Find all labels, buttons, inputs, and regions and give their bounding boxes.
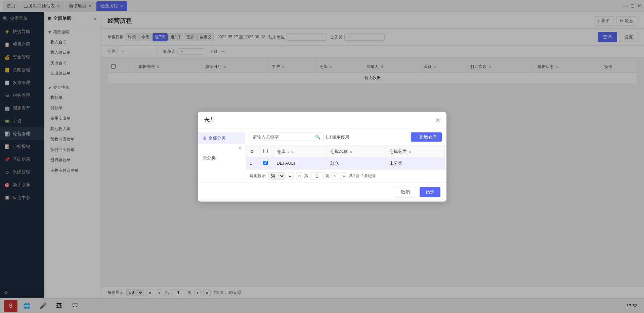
modal-per-page-select[interactable]: 50 100 bbox=[268, 172, 285, 180]
row-cell-category: 未分类 bbox=[386, 157, 445, 169]
modal-sidebar-uncategorized[interactable]: 未分类 bbox=[198, 151, 245, 164]
modal-col-category: 仓库分类 ⇅ bbox=[386, 146, 445, 157]
sort-icon-category: ⇅ bbox=[409, 150, 411, 153]
modal-content: 🔍 显示停用 + 新增仓库 ⚙ 仓库... bbox=[245, 129, 446, 182]
show-disabled-checkbox-label[interactable]: 显示停用 bbox=[326, 134, 349, 140]
modal-body: ⊞ 全部分类 « 未分类 🔍 显示停用 + 新增仓库 bbox=[198, 129, 446, 182]
row-cell-name: 总仓 bbox=[327, 157, 386, 169]
modal-toolbar: 🔍 显示停用 + 新增仓库 bbox=[245, 129, 446, 145]
modal-page-label: 页 bbox=[326, 173, 330, 179]
modal-col-settings[interactable]: ⚙ bbox=[246, 146, 260, 157]
row-cell-checkbox[interactable] bbox=[260, 157, 273, 169]
modal-table-row[interactable]: 1 DEFAULT 总仓 未分类 bbox=[246, 157, 445, 169]
modal-page-input[interactable] bbox=[310, 172, 324, 180]
modal-sidebar-collapse-btn[interactable]: « bbox=[198, 144, 245, 151]
modal-col-checkbox-header[interactable] bbox=[260, 146, 273, 157]
modal-col-name: 仓库名称 ⇅ bbox=[327, 146, 386, 157]
modal-footer-bar: 每页显示 50 100 « ‹ 第 页 › » 共1页, 1条记录 bbox=[245, 169, 446, 182]
modal-sidebar-all-label: 全部分类 bbox=[208, 135, 226, 141]
modal-prev-page-btn[interactable]: ‹ bbox=[296, 172, 302, 180]
modal-table: ⚙ 仓库... ⇅ 仓库名称 ⇅ 仓库分类 bbox=[246, 145, 445, 169]
modal-sidebar: ⊞ 全部分类 « 未分类 bbox=[198, 129, 245, 182]
row-cell-code: DEFAULT bbox=[273, 157, 327, 169]
modal-next-page-btn[interactable]: › bbox=[332, 172, 338, 180]
grid-icon: ⊞ bbox=[203, 135, 206, 141]
add-warehouse-button[interactable]: + 新增仓库 bbox=[411, 132, 441, 142]
modal-search-icon: 🔍 bbox=[315, 134, 320, 140]
modal-table-header: ⚙ 仓库... ⇅ 仓库名称 ⇅ 仓库分类 bbox=[246, 146, 445, 157]
modal-table-body: 1 DEFAULT 总仓 未分类 bbox=[246, 157, 445, 169]
modal-first-page-btn[interactable]: « bbox=[287, 172, 294, 180]
modal-close-btn[interactable]: ✕ bbox=[435, 116, 440, 124]
modal-per-page-label: 每页显示 bbox=[250, 173, 266, 179]
modal-cancel-button[interactable]: 取消 bbox=[395, 187, 416, 197]
modal-search-input[interactable] bbox=[253, 134, 315, 140]
modal-sidebar-all-category[interactable]: ⊞ 全部分类 bbox=[198, 132, 245, 144]
uncategorized-label: 未分类 bbox=[203, 155, 216, 160]
modal-last-page-btn[interactable]: » bbox=[340, 172, 347, 180]
modal-confirm-button[interactable]: 确定 bbox=[420, 187, 440, 197]
modal-search-box[interactable]: 🔍 bbox=[250, 133, 324, 141]
modal-header: 仓库 ✕ bbox=[198, 112, 446, 129]
modal-col-code: 仓库... ⇅ bbox=[273, 146, 327, 157]
modal-actions: 取消 确定 bbox=[198, 182, 446, 201]
modal-go-label: 第 bbox=[304, 173, 308, 179]
sort-icon-name: ⇅ bbox=[350, 150, 352, 153]
warehouse-modal: 仓库 ✕ ⊞ 全部分类 « 未分类 🔍 显示停用 bbox=[198, 112, 446, 201]
show-disabled-checkbox[interactable] bbox=[326, 135, 331, 139]
sort-icon-code: ⇅ bbox=[291, 150, 294, 153]
show-disabled-label: 显示停用 bbox=[332, 134, 349, 140]
row-cell-id: 1 bbox=[246, 157, 260, 169]
modal-table-area: ⚙ 仓库... ⇅ 仓库名称 ⇅ 仓库分类 bbox=[245, 145, 446, 169]
modal-title: 仓库 bbox=[204, 117, 214, 123]
modal-total-label: 共1页, 1条记录 bbox=[349, 173, 376, 179]
